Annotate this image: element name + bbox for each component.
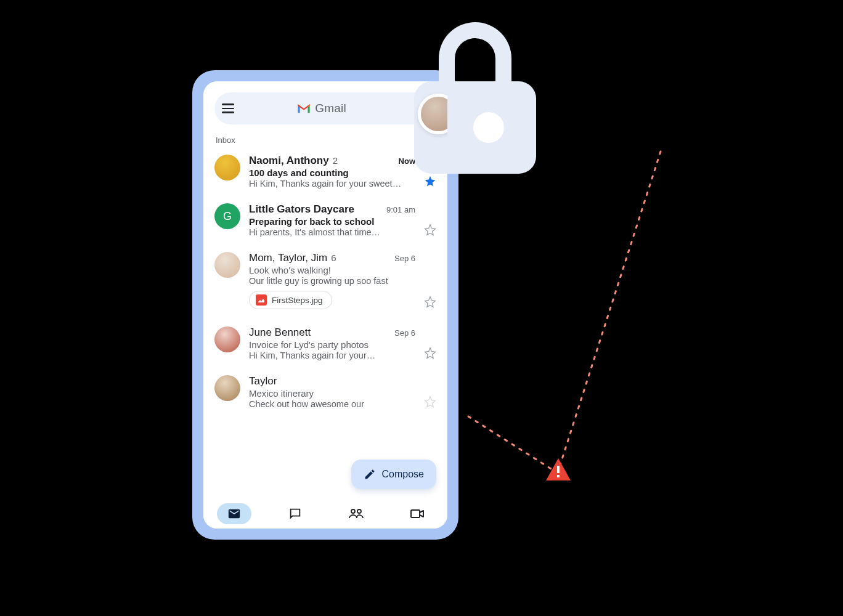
sender-name: Taylor bbox=[249, 375, 277, 387]
message-preview: Check out how awesome our bbox=[249, 399, 415, 409]
message-item[interactable]: G Little Gators Daycare 9:01 am Preparin… bbox=[203, 196, 447, 245]
sender-name: Little Gators Daycare bbox=[249, 203, 354, 216]
sender-avatar: G bbox=[214, 203, 240, 229]
inbox-label: Inbox bbox=[203, 132, 447, 147]
app-title: Gmail bbox=[315, 102, 346, 115]
attachment-name: FirstSteps.jpg bbox=[272, 296, 323, 305]
svg-rect-2 bbox=[557, 466, 560, 473]
message-item[interactable]: Mom, Taylor, Jim 6 Sep 6 Look who's walk… bbox=[203, 245, 447, 319]
nav-mail[interactable] bbox=[217, 503, 251, 524]
attachment-chip[interactable]: FirstSteps.jpg bbox=[249, 291, 332, 309]
compose-button[interactable]: Compose bbox=[351, 460, 436, 489]
sender-name: Naomi, Anthony bbox=[249, 155, 329, 167]
message-preview: Hi parents, It's almost that time… bbox=[249, 227, 415, 237]
message-item[interactable]: June Bennett Sep 6 Invoice for Lyd's par… bbox=[203, 319, 447, 368]
video-icon bbox=[410, 507, 425, 521]
message-item[interactable]: Taylor Mexico itinerary Check out how aw… bbox=[203, 368, 447, 416]
svg-rect-6 bbox=[411, 510, 420, 517]
svg-point-5 bbox=[357, 509, 361, 513]
thread-count: 6 bbox=[331, 253, 336, 263]
nav-meet[interactable] bbox=[400, 503, 434, 524]
message-preview: Hi Kim, Thanks again for your… bbox=[249, 351, 415, 360]
chat-icon bbox=[288, 507, 302, 521]
menu-icon[interactable] bbox=[222, 100, 238, 116]
star-outline-icon[interactable] bbox=[424, 296, 436, 308]
sender-name: Mom, Taylor, Jim bbox=[249, 252, 327, 264]
image-icon bbox=[256, 294, 267, 306]
profile-avatar[interactable] bbox=[418, 94, 447, 134]
mail-icon bbox=[227, 507, 241, 521]
message-subject: Mexico itinerary bbox=[249, 388, 415, 399]
message-item[interactable]: Naomi, Anthony 2 Now 100 days and counti… bbox=[203, 147, 447, 196]
people-icon bbox=[348, 507, 364, 521]
warning-triangle-icon bbox=[545, 457, 572, 482]
svg-point-4 bbox=[351, 509, 355, 513]
sender-avatar bbox=[214, 155, 240, 180]
star-icon[interactable] bbox=[424, 175, 436, 187]
sender-avatar bbox=[214, 252, 240, 278]
message-preview: Our little guy is growing up soo fast bbox=[249, 276, 415, 286]
gmail-m-icon bbox=[297, 103, 311, 114]
message-time: 9:01 am bbox=[386, 205, 415, 214]
star-outline-icon[interactable] bbox=[424, 224, 436, 236]
nav-spaces[interactable] bbox=[339, 503, 373, 524]
message-preview: Hi Kim, Thanks again for your sweet… bbox=[249, 179, 415, 188]
svg-rect-3 bbox=[557, 475, 560, 477]
message-subject: 100 days and counting bbox=[249, 168, 415, 178]
pencil-icon bbox=[364, 468, 376, 480]
gmail-app-screen: Gmail Inbox Naomi, Anthony 2 Now 100 day… bbox=[203, 81, 447, 529]
star-outline-icon[interactable] bbox=[424, 347, 436, 359]
message-subject: Invoice for Lyd's party photos bbox=[249, 339, 415, 350]
sender-avatar bbox=[214, 326, 240, 352]
svg-line-1 bbox=[468, 416, 556, 472]
sender-avatar bbox=[214, 375, 240, 401]
thread-count: 2 bbox=[333, 155, 338, 166]
star-outline-icon[interactable] bbox=[424, 395, 436, 408]
message-time: Now bbox=[399, 156, 415, 166]
sender-name: June Bennett bbox=[249, 326, 311, 339]
message-time: Sep 6 bbox=[394, 254, 415, 263]
svg-line-0 bbox=[558, 152, 661, 471]
topbar: Gmail bbox=[214, 92, 436, 124]
message-time: Sep 6 bbox=[394, 328, 415, 338]
compose-label: Compose bbox=[382, 469, 424, 480]
gmail-logo[interactable]: Gmail bbox=[297, 102, 346, 115]
message-subject: Preparing for back to school bbox=[249, 216, 415, 227]
bottom-nav bbox=[203, 499, 447, 529]
message-subject: Look who's walking! bbox=[249, 265, 415, 275]
nav-chat[interactable] bbox=[278, 503, 312, 524]
message-list: Naomi, Anthony 2 Now 100 days and counti… bbox=[203, 147, 447, 499]
